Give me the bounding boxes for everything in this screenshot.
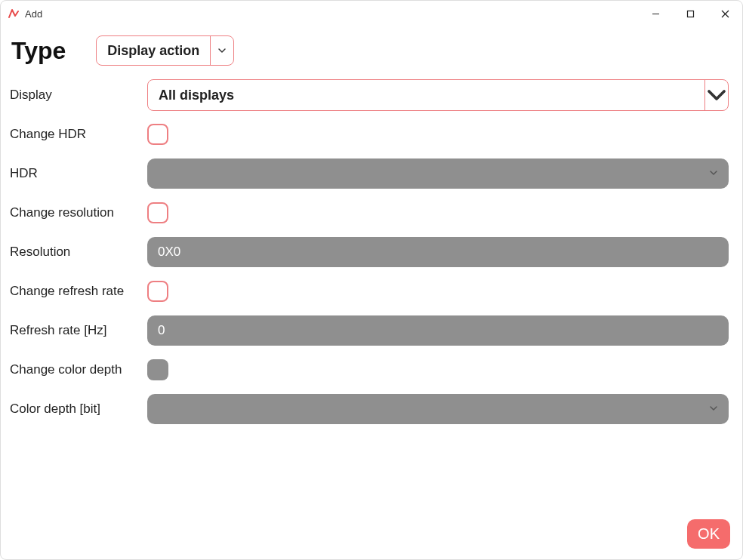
change-colordepth-row: Change color depth: [10, 354, 729, 386]
minimize-button[interactable]: [638, 1, 673, 26]
ok-button[interactable]: OK: [687, 519, 730, 549]
change-hdr-label: Change HDR: [10, 127, 147, 142]
type-combo[interactable]: Display action: [96, 35, 234, 66]
type-combo-dropdown[interactable]: [211, 36, 233, 65]
refresh-value: 0: [158, 323, 165, 338]
add-dialog: Add Type Display action Displa: [0, 0, 743, 560]
change-resolution-checkbox[interactable]: [147, 202, 168, 223]
hdr-select-disabled: [147, 158, 729, 189]
window-title: Add: [25, 8, 42, 20]
close-button[interactable]: [708, 1, 742, 26]
change-hdr-checkbox[interactable]: [147, 124, 168, 145]
maximize-button[interactable]: [673, 1, 708, 26]
display-combo-value: All displays: [148, 80, 705, 110]
change-refresh-row: Change refresh rate: [10, 275, 729, 307]
refresh-input-disabled: 0: [147, 315, 729, 346]
display-combo-dropdown[interactable]: [705, 80, 728, 110]
change-colordepth-label: Change color depth: [10, 362, 147, 377]
display-row: Display All displays: [10, 79, 729, 111]
titlebar-left: Add: [8, 8, 42, 20]
type-label: Type: [11, 37, 66, 65]
change-resolution-row: Change resolution: [10, 197, 729, 229]
resolution-select-disabled: 0X0: [147, 237, 729, 267]
change-resolution-label: Change resolution: [10, 205, 147, 220]
chevron-down-icon: [705, 84, 728, 106]
hdr-row: HDR: [10, 158, 729, 189]
type-row: Type Display action: [10, 35, 729, 66]
display-label: Display: [10, 88, 147, 103]
window-controls: [638, 1, 742, 26]
change-colordepth-checkbox-disabled: [147, 359, 168, 380]
colordepth-label: Color depth [bit]: [10, 402, 147, 417]
colordepth-row: Color depth [bit]: [10, 393, 729, 425]
chevron-down-icon: [709, 166, 718, 181]
svg-rect-1: [687, 11, 693, 17]
change-hdr-row: Change HDR: [10, 118, 729, 150]
resolution-row: Resolution 0X0: [10, 236, 729, 268]
type-combo-value: Display action: [97, 36, 211, 65]
content: Type Display action Display All displays: [1, 26, 742, 559]
app-icon: [8, 8, 20, 20]
refresh-row: Refresh rate [Hz] 0: [10, 315, 729, 346]
change-refresh-label: Change refresh rate: [10, 284, 147, 299]
colordepth-select-disabled: [147, 394, 729, 424]
change-refresh-checkbox[interactable]: [147, 281, 168, 302]
titlebar: Add: [1, 1, 742, 26]
chevron-down-icon: [709, 402, 718, 417]
resolution-label: Resolution: [10, 245, 147, 260]
resolution-value: 0X0: [158, 245, 180, 260]
chevron-down-icon: [217, 46, 227, 55]
display-combo[interactable]: All displays: [147, 79, 729, 111]
hdr-label: HDR: [10, 166, 147, 181]
refresh-label: Refresh rate [Hz]: [10, 323, 147, 338]
